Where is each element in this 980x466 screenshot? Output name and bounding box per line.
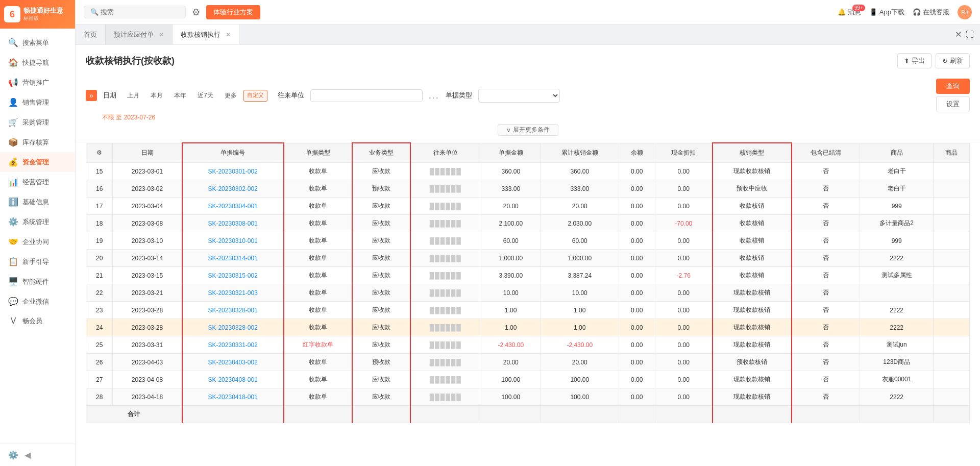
cell-bill-no: SK-20230418-001: [182, 388, 284, 406]
sidebar-item-inventory[interactable]: 📦库存核算: [0, 132, 75, 152]
sidebar-item-basic[interactable]: ℹ️基础信息: [0, 192, 75, 212]
expand-conditions-button[interactable]: ∨ 展开更多条件: [498, 124, 558, 136]
cell-goods2: [934, 163, 970, 180]
sidebar-item-sales[interactable]: 👤销售管理: [0, 92, 75, 112]
cell-goods: 999: [860, 198, 934, 215]
export-button[interactable]: ⬆ 导出: [897, 53, 932, 68]
sidebar-item-wechat[interactable]: 💬企业微信: [0, 291, 75, 311]
bill-no-link[interactable]: SK-20230408-001: [208, 376, 257, 383]
cell-accum: 100.00: [541, 371, 619, 388]
user-avatar[interactable]: Rit: [958, 5, 972, 19]
table-row: 22 2023-03-21 SK-20230321-003 收款单 应收款 ██…: [86, 284, 970, 302]
date-btn-prev-month[interactable]: 上月: [122, 90, 144, 102]
cell-biz-type: 应收款: [352, 336, 410, 354]
bill-no-link[interactable]: SK-20230418-001: [208, 394, 257, 401]
online-service-button[interactable]: 🎧 在线客服: [913, 8, 949, 17]
cell-amount: -2,430.00: [481, 336, 541, 354]
footer-biz-type: [352, 406, 410, 423]
sidebar-item-purchase[interactable]: 🛒采购管理: [0, 112, 75, 132]
collapse-icon[interactable]: ◀: [24, 450, 31, 460]
sidebar-logo: 6 畅捷通好生意 标推版: [0, 0, 75, 29]
cell-bill-no: SK-20230308-001: [182, 215, 284, 232]
filter-toggle-button[interactable]: »: [86, 90, 97, 101]
maximize-icon[interactable]: ⛶: [966, 30, 974, 39]
sidebar-item-quicknav[interactable]: 🏠快捷导航: [0, 53, 75, 72]
app-download-button[interactable]: 📱 App下载: [869, 8, 904, 17]
date-btn-custom[interactable]: 自定义: [243, 90, 267, 102]
tab-prepay-close[interactable]: ✕: [159, 31, 164, 38]
bill-no-link[interactable]: SK-20230310-001: [208, 237, 257, 244]
cell-counterpart: ██████: [410, 232, 481, 250]
cell-discount: 0.00: [655, 388, 713, 406]
table-row: 19 2023-03-10 SK-20230310-001 收款单 应收款 ██…: [86, 232, 970, 250]
bill-no-link[interactable]: SK-20230302-002: [208, 185, 257, 192]
date-btn-7days[interactable]: 近7天: [193, 90, 218, 102]
date-btn-more[interactable]: 更多: [220, 90, 241, 102]
settings-gear-icon[interactable]: ⚙: [192, 7, 200, 18]
cell-balance: 0.00: [619, 267, 655, 284]
bill-no-link[interactable]: SK-20230328-002: [208, 324, 257, 331]
footer-balance: [619, 406, 655, 423]
sidebar-item-vip[interactable]: V畅会员: [0, 311, 75, 331]
counterpart-input[interactable]: [310, 89, 423, 102]
sidebar-item-guide[interactable]: 📋新手引导: [0, 252, 75, 272]
cell-core-type: 现款收款核销: [713, 319, 792, 336]
solution-button[interactable]: 体验行业方案: [206, 5, 260, 19]
refresh-button[interactable]: ↻ 刷新: [936, 53, 970, 68]
date-btn-curr-year[interactable]: 本年: [169, 90, 191, 102]
settings-icon[interactable]: ⚙️: [8, 450, 18, 460]
tab-collection[interactable]: 收款核销执行 ✕: [173, 24, 239, 44]
tab-prepay[interactable]: 预计应应付单 ✕: [106, 24, 173, 44]
sidebar-item-system[interactable]: ⚙️系统管理: [0, 212, 75, 232]
notifications-button[interactable]: 🔔 消息 99+: [838, 8, 861, 17]
date-btn-curr-month[interactable]: 本月: [146, 90, 167, 102]
cell-core-type: 现款收款核销: [713, 388, 792, 406]
bill-no-link[interactable]: SK-20230301-002: [208, 168, 257, 175]
bill-no-link[interactable]: SK-20230321-003: [208, 289, 257, 297]
bill-no-link[interactable]: SK-20230308-001: [208, 220, 257, 227]
bill-no-link[interactable]: SK-20230315-002: [208, 272, 257, 279]
tab-home[interactable]: 首页: [76, 24, 106, 44]
cell-goods2: [934, 180, 970, 198]
topbar-search-input[interactable]: [101, 8, 182, 16]
cell-bill-type: 收款单: [284, 163, 352, 180]
sidebar-item-operations[interactable]: 📊经营管理: [0, 172, 75, 192]
sidebar-item-marketing[interactable]: 📢营销推广: [0, 72, 75, 92]
tab-collection-close[interactable]: ✕: [226, 31, 231, 38]
sidebar-item-search[interactable]: 🔍搜索菜单: [0, 33, 75, 53]
bill-no-link[interactable]: SK-20230403-002: [208, 359, 257, 366]
topbar-search-box[interactable]: 🔍: [84, 6, 186, 18]
bill-no-link[interactable]: SK-20230328-001: [208, 307, 257, 314]
cell-goods2: [934, 371, 970, 388]
sidebar-footer: ⚙️ ◀: [0, 444, 75, 466]
sidebar-item-hardware[interactable]: 🖥️智能硬件: [0, 272, 75, 291]
logo-icon: 6: [4, 6, 20, 22]
cell-amount: 1,000.00: [481, 250, 541, 267]
bill-no-link[interactable]: SK-20230314-001: [208, 255, 257, 262]
query-button[interactable]: 查询: [936, 79, 970, 94]
close-window-icon[interactable]: ✕: [955, 30, 962, 39]
sidebar-item-label-inventory: 库存核算: [22, 138, 49, 147]
bill-no-link[interactable]: SK-20230331-002: [208, 341, 257, 349]
col-header-no: ⚙: [86, 143, 113, 163]
cell-core-type: 收款核销: [713, 267, 792, 284]
filter-section-counterpart: 往来单位: [278, 91, 304, 100]
col-header-goods2: 商品: [934, 143, 970, 163]
cell-goods: 123D商品: [860, 354, 934, 371]
cell-bill-no: SK-20230331-002: [182, 336, 284, 354]
filter-settings-button[interactable]: 设置: [936, 96, 970, 112]
date-label: 日期: [103, 91, 116, 100]
cell-counterpart: ██████: [410, 284, 481, 302]
sidebar-item-finance[interactable]: 💰资金管理: [0, 152, 75, 172]
cell-bill-type: 收款单: [284, 267, 352, 284]
bill-no-link[interactable]: SK-20230304-001: [208, 203, 257, 210]
bill-type-select[interactable]: [478, 89, 560, 103]
table-row: 16 2023-03-02 SK-20230302-002 收款单 预收款 ██…: [86, 180, 970, 198]
finance-icon: 💰: [8, 157, 18, 167]
cell-accum: 20.00: [541, 354, 619, 371]
sidebar-item-enterprise[interactable]: 🤝企业协同: [0, 232, 75, 252]
cell-bill-type: 收款单: [284, 302, 352, 319]
cell-core-type: 预收款核销: [713, 354, 792, 371]
cell-bill-no: SK-20230328-002: [182, 319, 284, 336]
cell-goods2: [934, 250, 970, 267]
